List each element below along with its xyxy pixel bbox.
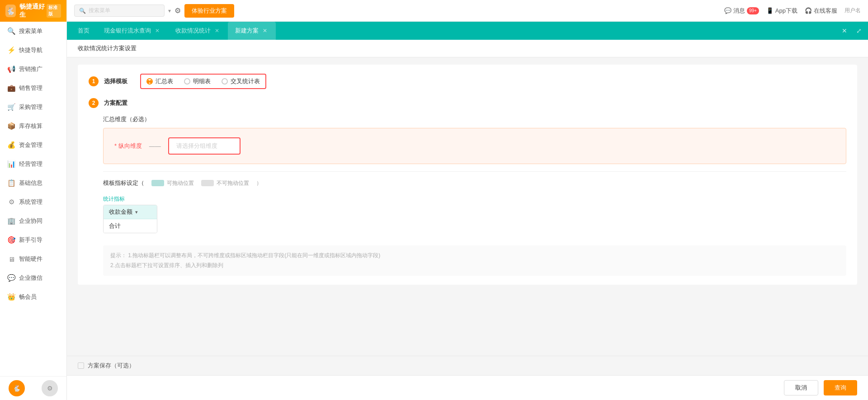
radio-detail[interactable]: 明细表 — [184, 77, 211, 85]
dimension-arrow: —— — [149, 143, 161, 150]
radio-summary[interactable]: 汇总表 — [146, 77, 173, 85]
sidebar-item-hardware[interactable]: 🖥 智能硬件 — [0, 249, 66, 268]
finance-icon: 💰 — [7, 141, 15, 149]
footer-checkbox[interactable] — [78, 362, 84, 369]
tab-cashflow-label: 现金银行流水查询 — [104, 27, 151, 35]
step1-row: 1 选择模板 汇总表 明细表 — [89, 74, 846, 89]
topbar: 🔍 搜索菜单 ▾ ⚙ 体验行业方案 💬 消息 99+ 📱 App下载 🎧 在线客… — [67, 0, 868, 22]
notification-item[interactable]: 💬 消息 99+ — [724, 7, 759, 15]
dropdown-text: ▾ — [168, 8, 171, 14]
topbar-search-bar[interactable]: 🔍 搜索菜单 — [74, 5, 165, 17]
sidebar-item-management[interactable]: 📊 经营管理 — [0, 155, 66, 174]
sidebar-item-purchase[interactable]: 🛒 采购管理 — [0, 98, 66, 117]
tip-line-2: 2.点击标题栏下拉可设置排序、插入列和删除列 — [110, 261, 839, 271]
guide-icon: 🎯 — [7, 236, 15, 244]
enterprise-icon: 🏢 — [7, 217, 15, 225]
sidebar-item-guide[interactable]: 🎯 新手引导 — [0, 231, 66, 249]
radio-detail-circle — [184, 78, 190, 85]
user-name[interactable]: 用户名 — [844, 7, 861, 14]
tips-area: 提示： 1.拖动标题栏可以调整布局，不可跨维度或指标区域拖动栏目字段(只能在同一… — [103, 245, 846, 276]
topbar-gear-icon[interactable]: ⚙ — [175, 6, 181, 15]
page-header: 收款情况统计方案设置 — [67, 40, 868, 57]
radio-cross-label: 交叉统计表 — [231, 77, 260, 85]
system-icon: ⚙ — [7, 198, 15, 206]
wechat-icon: 💬 — [7, 274, 15, 282]
radio-cross[interactable]: 交叉统计表 — [222, 77, 260, 85]
tab-cashflow-close[interactable]: ✕ — [154, 27, 161, 34]
step2-title: 方案配置 — [104, 99, 127, 107]
sidebar-item-label: 搜索菜单 — [19, 27, 42, 35]
stats-section: 统计指标 收款金额 ▾ 合计 — [103, 195, 157, 233]
search-icon: 🔍 — [7, 27, 15, 35]
logo-tag: 标准版 — [47, 4, 61, 18]
step1-title: 选择模板 — [104, 77, 127, 85]
legend-not-draggable-label: 不可拖动位置 — [217, 179, 249, 187]
sidebar-item-label: 畅会员 — [19, 293, 37, 301]
legend-not-draggable-box — [201, 180, 214, 186]
legend-draggable-label: 可拖动位置 — [167, 179, 194, 187]
topbar-search-icon: 🔍 — [79, 8, 86, 14]
sidebar-bottom-icon2[interactable]: ⚙ — [42, 380, 58, 396]
sales-icon: 💼 — [7, 84, 15, 92]
sidebar-item-quicknav[interactable]: ⚡ 快捷导航 — [0, 41, 66, 60]
tab-home[interactable]: 首页 — [71, 22, 97, 40]
legend-draggable: 可拖动位置 — [151, 179, 194, 187]
sidebar-item-finance[interactable]: 💰 资金管理 — [0, 136, 66, 155]
tabbar-close-btn[interactable]: ✕ — [839, 25, 850, 36]
dimension-area: * 纵向维度 —— 请选择分组维度 — [103, 128, 846, 164]
tab-receipts-close[interactable]: ✕ — [213, 27, 221, 34]
tab-receipts[interactable]: 收款情况统计 ✕ — [168, 22, 228, 40]
tab-newplan-label: 新建方案 — [235, 27, 259, 35]
stats-header-text: 收款金额 — [109, 208, 132, 216]
page-body: 1 选择模板 汇总表 明细表 — [67, 57, 868, 356]
tab-cashflow[interactable]: 现金银行流水查询 ✕ — [97, 22, 168, 40]
service-item[interactable]: 🎧 在线客服 — [805, 7, 837, 15]
download-item[interactable]: 📱 App下载 — [766, 7, 797, 15]
sidebar-item-label: 库存核算 — [19, 122, 42, 130]
sidebar-item-inventory[interactable]: 📦 库存核算 — [0, 117, 66, 136]
trial-button[interactable]: 体验行业方案 — [184, 4, 234, 18]
sidebar-item-label: 系统管理 — [19, 198, 42, 206]
tab-newplan[interactable]: 新建方案 ✕ — [228, 22, 276, 40]
dimension-placeholder: 请选择分组维度 — [176, 142, 217, 149]
indicator-legend: 可拖动位置 不可拖动位置 ） — [151, 179, 262, 187]
topbar-dropdown[interactable]: ▾ — [168, 8, 171, 14]
tab-receipts-label: 收款情况统计 — [175, 27, 211, 35]
main-section: 1 选择模板 汇总表 明细表 — [78, 65, 857, 285]
tab-newplan-close[interactable]: ✕ — [261, 27, 269, 34]
sidebar-item-enterprise[interactable]: 🏢 企业协同 — [0, 212, 66, 231]
radio-detail-label: 明细表 — [193, 77, 211, 85]
dimension-section-label: 汇总维度（必选） — [103, 115, 846, 123]
sidebar-item-basicinfo[interactable]: 📋 基础信息 — [0, 174, 66, 193]
query-button[interactable]: 查询 — [824, 380, 857, 395]
sidebar-bottom: 🐇 ⚙ — [0, 376, 66, 400]
service-label: 在线客服 — [814, 7, 837, 15]
stats-dropdown-icon[interactable]: ▾ — [135, 209, 138, 215]
sidebar-item-system[interactable]: ⚙ 系统管理 — [0, 193, 66, 212]
sidebar-item-sales[interactable]: 💼 销售管理 — [0, 79, 66, 98]
cancel-button[interactable]: 取消 — [784, 380, 818, 395]
sidebar-item-search[interactable]: 🔍 搜索菜单 — [0, 22, 66, 41]
sidebar-bottom-icon1[interactable]: 🐇 — [9, 380, 25, 396]
download-icon: 📱 — [766, 7, 774, 14]
stats-table-header[interactable]: 收款金额 ▾ — [104, 205, 157, 219]
inventory-icon: 📦 — [7, 122, 15, 130]
page-content: 收款情况统计方案设置 1 选择模板 汇总表 — [67, 40, 868, 400]
dimension-select-input[interactable]: 请选择分组维度 — [168, 137, 241, 155]
footer-checkbox-label[interactable]: 方案保存（可选） — [88, 362, 135, 370]
member-icon: 👑 — [7, 293, 15, 301]
sidebar-item-wechat[interactable]: 💬 企业微信 — [0, 268, 66, 287]
logo-text: 畅捷通好生 — [19, 3, 45, 19]
download-label: App下载 — [775, 7, 797, 15]
sidebar-item-marketing[interactable]: 📢 营销推广 — [0, 60, 66, 79]
legend-not-draggable: 不可拖动位置 — [201, 179, 249, 187]
logo-icon: 🐇 — [5, 5, 16, 17]
tabbar-expand-btn[interactable]: ⤢ — [854, 25, 864, 36]
topbar-right: 💬 消息 99+ 📱 App下载 🎧 在线客服 用户名 — [724, 7, 861, 15]
stats-table-row: 合计 — [104, 219, 157, 233]
basicinfo-icon: 📋 — [7, 179, 15, 187]
sidebar: 🐇 畅捷通好生 标准版 🔍 搜索菜单 ⚡ 快捷导航 📢 营销推广 💼 销售管理 … — [0, 0, 67, 400]
page-footer: 方案保存（可选） — [67, 356, 868, 375]
sidebar-item-member[interactable]: 👑 畅会员 — [0, 287, 66, 306]
topbar-search-placeholder: 搜索菜单 — [89, 7, 110, 14]
